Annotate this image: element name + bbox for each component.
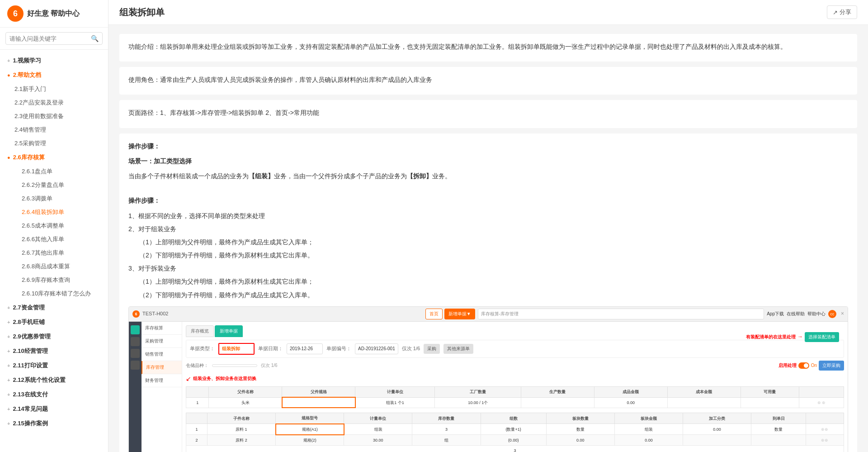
- sc-row-add-icon[interactable]: ⊕: [822, 400, 826, 405]
- sidebar-item-stocktake[interactable]: 2.6.1盘点单: [0, 165, 108, 178]
- logo-area: 6 好生意 帮助中心: [0, 0, 108, 28]
- sidebar-children-inventory: 2.6.1盘点单 2.6.2分量盘点单 2.6.3调拨单 2.6.4组装拆卸单 …: [0, 165, 108, 300]
- sidebar-item-sales[interactable]: 2.4销售管理: [0, 123, 108, 137]
- sidebar-item-data-prep[interactable]: 2.3使用前数据准备: [0, 109, 108, 123]
- sidebar-item-transfer[interactable]: 2.6.3调拨单: [0, 192, 108, 205]
- sidebar-item-finance[interactable]: + 2.7资金管理: [0, 300, 108, 315]
- sidebar-item-docs[interactable]: ● 2.帮助文档: [0, 68, 108, 82]
- sc-purchase-btn[interactable]: 采购: [424, 344, 440, 354]
- sc-nav-stock[interactable]: 库存管理: [142, 361, 182, 374]
- sidebar-item-faq[interactable]: + 2.14常见问题: [0, 402, 108, 416]
- sidebar-item-other-in[interactable]: 2.6.6其他入库单: [0, 233, 108, 246]
- sidebar-item-partial-stocktake[interactable]: 2.6.2分量盘点单: [0, 178, 108, 192]
- sc-nav-btns: 首页 新增单据▼: [425, 309, 475, 319]
- sc-sidebar-strip: [129, 322, 142, 452]
- sc-app-download[interactable]: App下载: [767, 310, 784, 318]
- sc-form-area: 库存概览 新增单据 单据类型： 组装拆卸 单据日期： 2019-12-26 单据…: [182, 322, 848, 452]
- sc-col-op: [799, 387, 844, 398]
- sc-form-sub: 仓储品种： 仅次 1/6 启用处理 On 立即采购: [186, 361, 844, 371]
- sc-nav-sales[interactable]: 销售管理: [142, 348, 182, 361]
- intro-card-1: 功能介绍：组装拆卸单用来处理企业组装或拆卸等加工业务，支持有固定装配清单的产品加…: [119, 34, 857, 62]
- sidebar-item-other-out[interactable]: 2.6.7其他出库单: [0, 246, 108, 260]
- sc-sub-col-amount: 板块金额: [614, 413, 683, 424]
- sc-code-label: 单据编号：: [326, 344, 351, 353]
- sc-count-info: 仅次 1/6: [261, 362, 278, 370]
- nav-tree: + 1.视频学习 ● 2.帮助文档 2.1新手入门 2.2产品安装及登录 2.3…: [0, 50, 108, 452]
- sidebar-item-operation[interactable]: + 2.10经营管理: [0, 344, 108, 358]
- path-text: 页面路径：1、库存核算->库存管理->组装拆卸单 2、首页->常用功能: [128, 107, 848, 119]
- toggle-on-label: On: [811, 362, 817, 370]
- sc-help-center[interactable]: 帮助中心: [807, 310, 826, 318]
- sidebar-item-cost-adjust[interactable]: 2.6.5成本调整单: [0, 219, 108, 233]
- sc-col-parent-spec: 父件规格: [282, 387, 355, 398]
- search-box[interactable]: 🔍: [5, 32, 103, 45]
- sidebar-item-install[interactable]: 2.2产品安装及登录: [0, 96, 108, 109]
- sc-titlebar: 6 TEST-H002 首页 新增单据▼ 库存核算-库存管理 App下载 在线帮…: [129, 307, 848, 322]
- sc-cell-cost-amount: [667, 397, 741, 408]
- sidebar-item-newcomer[interactable]: 2.1新手入门: [0, 82, 108, 96]
- sc-lower-table: 子件名称 规格型号 计量单位 库存数量 组数 板块数量 板块金额 加工分类 到单…: [186, 413, 844, 452]
- sc-tab-overview[interactable]: 库存概览: [186, 325, 214, 337]
- share-icon: ↗: [833, 9, 838, 16]
- sc-nav-inventory[interactable]: 库存核算: [142, 322, 182, 335]
- sc-online-help[interactable]: 在线帮助: [787, 310, 805, 318]
- sc-sub-col-groups: 组数: [481, 413, 546, 424]
- sc-upper-table: 父件名称 父件规格 计量单位 工厂数量 生产数量 成品金额 成本金额 可用量: [186, 386, 844, 408]
- sidebar-item-purchase[interactable]: 2.5采购管理: [0, 137, 108, 150]
- sidebar: 6 好生意 帮助中心 🔍 + 1.视频学习 ● 2.帮助文档 2.1新手入门 2…: [0, 0, 108, 452]
- ann-bom-text: 有装配清单的在这里处理: [746, 333, 796, 341]
- sidebar-item-print[interactable]: + 2.11打印设置: [0, 358, 108, 373]
- sc-nav-purchase[interactable]: 采购管理: [142, 335, 182, 348]
- step3-1: （1）上部明细为父件明细，最终作为原材料生成其它出库单；: [139, 276, 848, 287]
- sc-cell-available: [741, 397, 799, 408]
- logo-text: 好生意 帮助中心: [27, 9, 80, 19]
- sc-tab-new[interactable]: 新增单据: [215, 325, 243, 337]
- sc-nav-icon-1: [131, 325, 140, 334]
- step2-details: （1）上部明细为父件明细，最终作为产成品生成其它入库单； （2）下部明细为子件明…: [128, 237, 848, 261]
- sidebar-item-payment[interactable]: + 2.13在线支付: [0, 387, 108, 402]
- sc-other-source-btn[interactable]: 其他来源单: [443, 344, 473, 354]
- annotation-enable: 启用处理 On 立即采购: [778, 361, 844, 371]
- step1: 1、根据不同的业务，选择不同单据的类型来处理: [128, 210, 848, 222]
- sc-confirm-btn[interactable]: 立即采购: [819, 361, 844, 371]
- sc-sub-col-qty: 板块数量: [546, 413, 614, 424]
- screenshot-mockup: 6 TEST-H002 首页 新增单据▼ 库存核算-库存管理 App下载 在线帮…: [128, 306, 848, 452]
- search-input[interactable]: [9, 35, 91, 42]
- sc-sub-row-op-2[interactable]: ⊕⊕: [821, 438, 828, 442]
- sc-sub-row-op-1[interactable]: ⊕⊕: [821, 427, 828, 432]
- toggle-switch[interactable]: [798, 362, 809, 369]
- sidebar-item-system[interactable]: + 2.12系统个性化设置: [0, 373, 108, 387]
- sc-cell-parent-spec[interactable]: [282, 397, 355, 408]
- sc-wh-value[interactable]: [212, 364, 257, 367]
- sc-new-btn[interactable]: 新增单据▼: [444, 309, 475, 319]
- sc-sub-col-name: 子件名称: [208, 413, 276, 424]
- page-title: 组装拆卸单: [119, 6, 165, 19]
- share-button[interactable]: ↗ 分享: [827, 5, 857, 19]
- sc-left-nav: 库存核算 采购管理 销售管理 库存管理 财务管理: [142, 322, 182, 452]
- sc-user[interactable]: cc: [828, 310, 836, 318]
- sidebar-item-cost-recalc[interactable]: 2.6.8商品成本重算: [0, 260, 108, 273]
- sc-close-btn[interactable]: ×: [841, 309, 844, 319]
- sc-home-btn[interactable]: 首页: [425, 309, 443, 319]
- search-icon[interactable]: 🔍: [91, 35, 99, 42]
- sidebar-item-cases[interactable]: + 2.15操作案例: [0, 416, 108, 431]
- sidebar-item-ledger-fix[interactable]: 2.6.10库存账本错了怎么办: [0, 287, 108, 300]
- sidebar-item-coupon[interactable]: + 2.9优惠券管理: [0, 329, 108, 344]
- sidebar-item-mobile[interactable]: + 2.8手机旺铺: [0, 315, 108, 329]
- sidebar-item-assembly[interactable]: 2.6.4组装拆卸单: [0, 205, 108, 219]
- sidebar-item-inventory[interactable]: ● 2.6库存核算: [0, 150, 108, 165]
- sc-col-parent-name: 父件名称: [209, 387, 282, 398]
- sc-cell-no: 1: [186, 397, 209, 408]
- sc-col-factory-qty: 工厂数量: [435, 387, 521, 398]
- step3-details: （1）上部明细为父件明细，最终作为原材料生成其它出库单； （2）下部明细为子件明…: [128, 276, 848, 300]
- sc-select-bom-btn[interactable]: 选择装配清单: [805, 332, 839, 342]
- sidebar-item-videos[interactable]: + 1.视频学习: [0, 53, 108, 68]
- sc-sub-col-type: 加工分类: [683, 413, 751, 424]
- sc-sub-spec-1[interactable]: 规格(A1): [276, 424, 344, 435]
- sc-row-del-icon[interactable]: ⊕: [817, 400, 821, 405]
- sc-sub-col-no: [186, 413, 208, 424]
- sc-type-value[interactable]: 组装拆卸: [218, 343, 255, 355]
- sc-nav-finance[interactable]: 财务管理: [142, 374, 182, 387]
- step2-1: （1）上部明细为父件明细，最终作为产成品生成其它入库单；: [139, 237, 848, 248]
- sidebar-item-stock-ledger[interactable]: 2.6.9库存账本查询: [0, 273, 108, 287]
